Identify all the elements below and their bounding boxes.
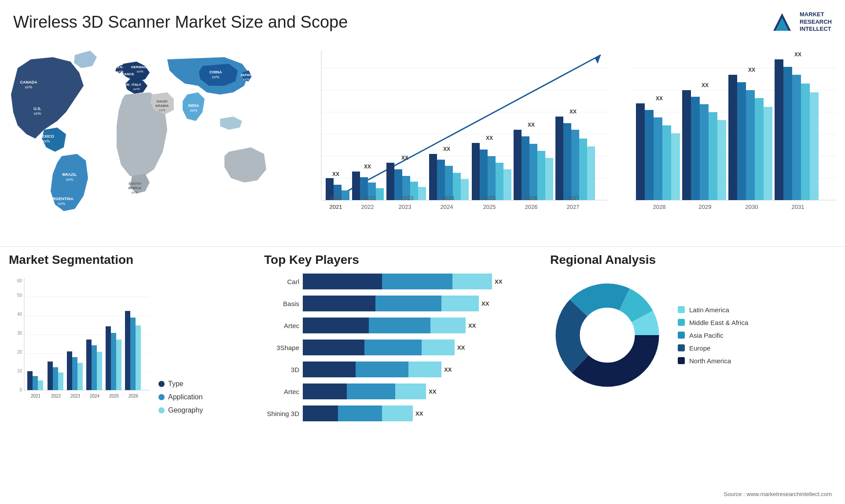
donut-area: Latin America Middle East & Africa Asia … [546, 274, 836, 397]
svg-text:JAPAN: JAPAN [240, 73, 252, 77]
svg-text:2025: 2025 [109, 394, 119, 398]
svg-text:2023: 2023 [401, 195, 414, 201]
player-bar-shining3d: XX [303, 405, 524, 421]
svg-rect-164 [111, 333, 116, 390]
player-bar-carl: XX [303, 274, 524, 289]
svg-text:ARGENTINA: ARGENTINA [50, 197, 73, 201]
player-row-3shape: 3Shape XX [260, 340, 524, 355]
svg-text:xx%: xx% [136, 69, 143, 73]
segmentation-chart-area: 0 10 20 30 40 50 60 2021 2022 [4, 274, 251, 414]
svg-text:2026: 2026 [525, 195, 538, 201]
legend-north-america: North America [678, 357, 748, 365]
legend-geography-label: Geography [168, 406, 203, 414]
svg-text:xx%: xx% [33, 111, 41, 116]
player-name-carl: Carl [260, 278, 299, 285]
svg-text:2027: 2027 [567, 195, 580, 201]
svg-text:2024: 2024 [90, 394, 100, 398]
svg-text:U.K.: U.K. [117, 65, 124, 69]
player-row-basis: Basis XX [260, 296, 524, 311]
svg-rect-128 [792, 75, 801, 200]
player-xx-3shape: XX [457, 344, 465, 351]
svg-text:2024: 2024 [442, 195, 455, 201]
divider-horizontal [0, 246, 845, 247]
svg-text:GERMANY: GERMANY [131, 65, 150, 69]
svg-rect-155 [67, 351, 72, 390]
svg-rect-113 [691, 97, 700, 200]
svg-text:SPAIN: SPAIN [119, 83, 129, 87]
bar-light [452, 274, 492, 289]
bar-dark [303, 340, 364, 355]
player-row-shining3d: Shining 3D XX [260, 405, 524, 421]
legend-mea: Middle East & Africa [678, 319, 748, 326]
svg-text:XX: XX [528, 122, 535, 128]
svg-text:XX: XX [486, 135, 493, 141]
svg-text:ARABIA: ARABIA [155, 104, 169, 108]
svg-text:30: 30 [17, 331, 22, 336]
legend-type: Type [158, 380, 203, 388]
svg-text:BRAZIL: BRAZIL [62, 172, 77, 177]
svg-rect-109 [671, 133, 680, 200]
bar-light [395, 383, 426, 399]
svg-text:SAUDI: SAUDI [157, 99, 168, 103]
svg-rect-159 [86, 340, 92, 390]
bar-chart-years: 2021 2022 2023 2024 2025 2026 2027 [299, 189, 616, 211]
svg-text:50: 50 [17, 293, 22, 298]
svg-text:xx%: xx% [190, 108, 197, 113]
svg-text:XX: XX [443, 146, 450, 152]
svg-text:xx%: xx% [25, 85, 32, 89]
legend-application: Application [158, 393, 203, 401]
player-name-3d: 3D [260, 366, 299, 373]
player-bar-artec2: XX [303, 383, 524, 399]
donut-chart [546, 274, 669, 397]
svg-text:10: 10 [17, 369, 22, 373]
legend-europe-label: Europe [689, 344, 710, 352]
svg-text:FRANCE: FRANCE [119, 72, 134, 76]
svg-text:CHINA: CHINA [209, 70, 222, 74]
player-name-artec1: Artec [260, 322, 299, 329]
legend-asia-pacific-dot [678, 332, 685, 339]
regional-legend: Latin America Middle East & Africa Asia … [678, 306, 748, 365]
bar-mid [347, 383, 395, 399]
svg-text:INDIA: INDIA [188, 103, 199, 108]
bar-dark [303, 362, 356, 377]
legend-mea-dot [678, 319, 685, 326]
svg-rect-127 [783, 67, 792, 200]
bar-mid [364, 340, 422, 355]
svg-text:XX: XX [332, 171, 339, 177]
svg-text:xx%: xx% [212, 75, 219, 79]
svg-text:60: 60 [17, 278, 22, 283]
svg-text:40: 40 [17, 312, 22, 317]
player-xx-carl: XX [495, 278, 502, 285]
segmentation-section: Market Segmentation 0 10 20 30 40 50 60 [4, 253, 251, 490]
svg-text:xx%: xx% [66, 177, 73, 182]
page-title: Wireless 3D Scanner Market Size and Scop… [13, 13, 348, 32]
svg-rect-123 [764, 107, 772, 200]
legend-type-label: Type [168, 380, 184, 388]
player-row-artec2: Artec XX [260, 383, 524, 399]
svg-rect-84 [563, 123, 571, 200]
player-xx-3d: XX [444, 366, 452, 373]
regional-section: Regional Analysis Latin America [546, 253, 836, 490]
header: Wireless 3D Scanner Market Size and Scop… [13, 9, 832, 35]
svg-rect-161 [97, 352, 102, 390]
svg-rect-119 [728, 75, 737, 200]
legend-application-label: Application [168, 393, 202, 401]
svg-text:20: 20 [17, 350, 22, 354]
player-xx-artec1: XX [468, 322, 476, 329]
bar-mid [356, 362, 408, 377]
logo-text: MARKET RESEARCH INTELLECT [800, 11, 832, 33]
svg-rect-114 [700, 104, 709, 200]
player-row-3d: 3D XX [260, 362, 524, 377]
svg-rect-160 [92, 345, 97, 390]
svg-rect-108 [662, 125, 671, 200]
svg-text:xx%: xx% [133, 87, 140, 91]
player-bar-basis: XX [303, 296, 524, 311]
svg-text:2022: 2022 [51, 394, 61, 398]
legend-latin-america-dot [678, 306, 685, 313]
bar-dark [303, 296, 375, 311]
legend-asia-pacific: Asia Pacific [678, 332, 748, 339]
svg-rect-152 [53, 367, 58, 390]
legend-europe-dot [678, 344, 685, 351]
svg-text:xx%: xx% [121, 87, 127, 91]
svg-text:ITALY: ITALY [132, 83, 141, 87]
